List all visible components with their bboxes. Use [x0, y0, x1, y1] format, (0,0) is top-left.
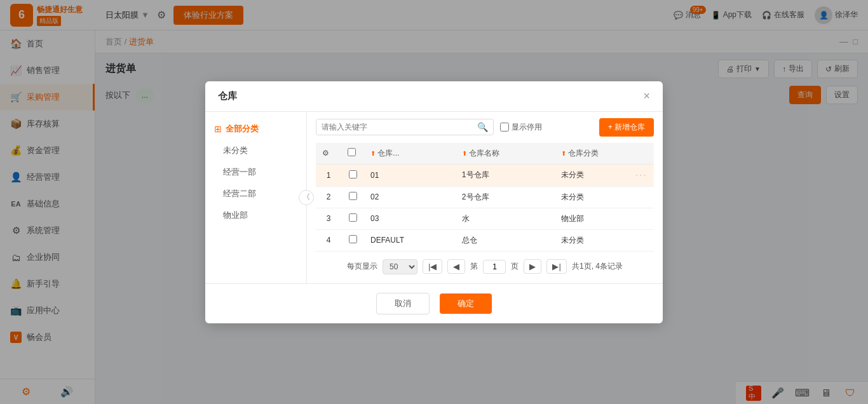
row-number: 3 [316, 208, 341, 229]
row-number: 4 [316, 229, 341, 251]
row-name: 1号仓库 [456, 164, 555, 186]
category-panel: ⊞ 全部分类 未分类 经营一部 经营二部 物业部 《 [205, 112, 307, 283]
add-warehouse-button[interactable]: + 新增仓库 [599, 118, 654, 137]
grid-icon: ⊞ [214, 124, 222, 134]
row-checkbox[interactable] [341, 208, 364, 229]
category-all-button[interactable]: ⊞ 全部分类 [205, 118, 306, 140]
page-number-input[interactable] [483, 260, 506, 274]
show-disabled-label[interactable]: 显示停用 [500, 122, 542, 133]
table-toolbar: 🔍 显示停用 + 新增仓库 [316, 118, 654, 137]
warehouse-modal: 仓库 × ⊞ 全部分类 未分类 经营一部 经营二部 物业部 《 [205, 81, 663, 323]
prev-page-button[interactable]: ◀ [447, 259, 465, 274]
col-settings: ⚙ [316, 143, 341, 165]
warehouse-table: ⚙ ⬆ 仓库... ⬆ 仓库名称 [316, 143, 654, 252]
select-all-checkbox[interactable] [348, 148, 356, 156]
row-category: 未分类 [555, 186, 654, 208]
row-name: 2号仓库 [456, 186, 555, 208]
search-box: 🔍 [316, 119, 494, 135]
modal-body: ⊞ 全部分类 未分类 经营一部 经营二部 物业部 《 🔍 [205, 112, 663, 283]
table-row[interactable]: 3 03 水 物业部 [316, 208, 654, 229]
modal-overlay: 仓库 × ⊞ 全部分类 未分类 经营一部 经营二部 物业部 《 [0, 0, 868, 404]
table-row[interactable]: 4 DEFAULT 总仓 未分类 [316, 229, 654, 251]
category-item-ops1[interactable]: 经营一部 [205, 161, 306, 183]
gear-icon: ⚙ [322, 149, 329, 158]
last-page-button[interactable]: ▶| [546, 259, 566, 274]
next-page-button[interactable]: ▶ [524, 259, 541, 274]
row-checkbox[interactable] [341, 164, 364, 186]
category-all-label: 全部分类 [226, 123, 259, 135]
sort-icon: ⬆ [370, 150, 376, 157]
row-name: 总仓 [456, 229, 555, 251]
row-name: 水 [456, 208, 555, 229]
per-page-select[interactable]: 50 100 200 [383, 259, 417, 274]
category-item-ops2[interactable]: 经营二部 [205, 183, 306, 205]
confirm-button[interactable]: 确定 [440, 293, 492, 314]
row-checkbox[interactable] [341, 186, 364, 208]
row-code: 01 [364, 164, 456, 186]
page-label: 第 [470, 261, 478, 272]
row-number: 1 [316, 164, 341, 186]
row-actions[interactable]: ··· [635, 170, 648, 181]
table-panel: 🔍 显示停用 + 新增仓库 ⚙ [307, 112, 663, 283]
modal-header: 仓库 × [205, 81, 663, 112]
table-row[interactable]: 1 01 1号仓库 未分类 ··· [316, 164, 654, 186]
page-unit: 页 [511, 261, 519, 272]
modal-footer: 取消 确定 [205, 283, 663, 323]
category-item-unclassified[interactable]: 未分类 [205, 140, 306, 161]
row-code: 03 [364, 208, 456, 229]
col-name-header: ⬆ 仓库名称 [456, 143, 555, 165]
category-item-property[interactable]: 物业部 [205, 205, 306, 226]
col-category-header: ⬆ 仓库分类 [555, 143, 654, 165]
row-category: 未分类 ··· [555, 164, 654, 186]
row-category: 未分类 [555, 229, 654, 251]
first-page-button[interactable]: |◀ [423, 259, 442, 274]
sort-icon: ⬆ [561, 150, 566, 157]
cancel-button[interactable]: 取消 [376, 293, 430, 314]
modal-close-button[interactable]: × [643, 90, 650, 102]
total-info: 共1页, 4条记录 [572, 261, 623, 272]
sort-icon: ⬆ [462, 150, 467, 157]
per-page-label: 每页显示 [347, 261, 377, 272]
col-checkbox [341, 143, 364, 165]
row-code: 02 [364, 186, 456, 208]
table-row[interactable]: 2 02 2号仓库 未分类 [316, 186, 654, 208]
show-disabled-checkbox[interactable] [500, 123, 509, 131]
search-icon: 🔍 [477, 122, 488, 132]
col-code-header: ⬆ 仓库... [364, 143, 456, 165]
modal-title: 仓库 [218, 90, 237, 102]
search-input[interactable] [322, 123, 477, 131]
pagination: 每页显示 50 100 200 |◀ ◀ 第 页 ▶ ▶| 共1页, 4条记录 [316, 252, 654, 277]
row-checkbox[interactable] [341, 229, 364, 251]
row-number: 2 [316, 186, 341, 208]
row-code: DEFAULT [364, 229, 456, 251]
row-category: 物业部 [555, 208, 654, 229]
collapse-panel-button[interactable]: 《 [299, 190, 314, 205]
